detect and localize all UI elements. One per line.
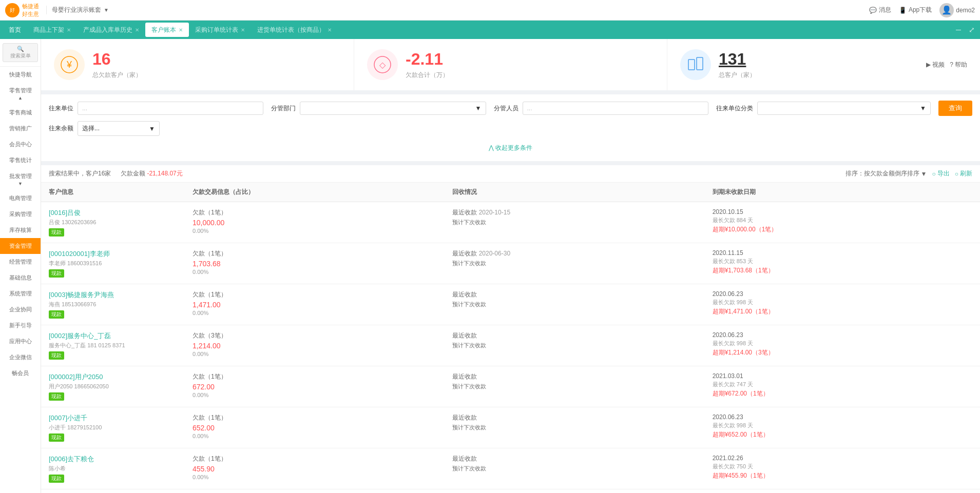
overdue-amount[interactable]: 超期¥10,000.00（1笔） (713, 225, 972, 234)
source-unit-label: 往来单位 (49, 104, 73, 113)
tab-product-history[interactable]: 产成品入库单历史 ✕ (77, 23, 145, 37)
sidebar-item-purchase-mgmt[interactable]: 采购管理 (0, 206, 41, 222)
sidebar-item-business-mgmt[interactable]: 经营管理 (0, 254, 41, 270)
help-btn[interactable]: ? 帮助 (950, 61, 967, 69)
overdue-days: 最长欠款 998 天 (713, 422, 972, 429)
chevron-down-icon: ▼ (149, 125, 155, 132)
sidebar-item-inventory[interactable]: 库存核算 (0, 222, 41, 238)
debt-count: 欠款（1笔） (193, 249, 452, 258)
sidebar-item-quick-nav[interactable]: 快捷导航 (0, 67, 41, 83)
next-payment: 预计下次收款 (452, 301, 712, 308)
customer-name[interactable]: [0016]吕俊 (49, 208, 193, 218)
sidebar-item-basic-info[interactable]: 基础信息 (0, 270, 41, 286)
customer-name[interactable]: [0003]畅捷服务尹海燕 (49, 290, 193, 300)
tab-label: 采购订单统计表 (195, 26, 238, 34)
tab-home[interactable]: 首页 (3, 23, 27, 37)
main-layout: 🔍 搜索菜单 快捷导航 零售管理 ▲ 零售商城 营销推广 会员中心 零售统计 批… (0, 39, 980, 493)
app-download-btn[interactable]: 📱 App下载 (899, 6, 932, 14)
customer-phone: 海燕 18513066976 (49, 301, 193, 308)
overdue-amount[interactable]: 超期¥672.00（1笔） (713, 389, 972, 398)
customer-name[interactable]: [0001020001]李老师 (49, 249, 193, 259)
overdue-amount[interactable]: 超期¥1,703.68（1笔） (713, 266, 972, 275)
debt-amount: 455.90 (193, 465, 452, 473)
nav-right: ─ ⤢ (953, 25, 977, 35)
sidebar-item-batch-mgmt[interactable]: 批发管理 ▼ (0, 168, 41, 190)
close-icon[interactable]: ✕ (328, 27, 332, 33)
balance-select[interactable]: 选择... ▼ (78, 121, 160, 136)
sidebar-item-new-guide[interactable]: 新手引导 (0, 318, 41, 333)
customer-name[interactable]: [000002]用户2050 (49, 372, 193, 382)
nav-expand-btn[interactable]: ⤢ (966, 25, 977, 35)
person-input[interactable]: ... (523, 102, 708, 115)
view-btn[interactable]: ▶ 视频 (926, 61, 945, 69)
sidebar-item-marketing[interactable]: 营销推广 (0, 121, 41, 136)
last-payment: 最近收款 (452, 290, 712, 299)
collapse-btn[interactable]: ⋀ 收起更多条件 (49, 141, 972, 155)
overdue-amount[interactable]: 超期¥455.90（1笔） (713, 471, 972, 480)
close-icon[interactable]: ✕ (67, 27, 71, 33)
sidebar-item-label: 库存核算 (3, 226, 38, 234)
message-btn[interactable]: 💬 消息 (869, 6, 891, 14)
sidebar-item-label: 会员中心 (3, 141, 38, 148)
close-icon[interactable]: ✕ (179, 27, 183, 33)
sidebar-item-finance[interactable]: 资金管理 (0, 238, 41, 254)
sidebar-item-label: 企业协同 (3, 306, 38, 313)
payment-info-cell: 最近收款 预计下次收款 (452, 455, 712, 472)
sidebar-item-member-plus[interactable]: 畅会员 (0, 365, 41, 381)
overdue-info-cell: 2020.06.23 最长欠款 998 天 超期¥1,471.00（1笔） (713, 290, 972, 316)
close-icon[interactable]: ✕ (241, 27, 245, 33)
table-header: 客户信息 欠款交易信息（占比） 回收情况 到期未收款日期 (41, 183, 980, 202)
sidebar-item-enterprise-wechat[interactable]: 企业微信 (0, 349, 41, 365)
sidebar-item-label: 系统管理 (3, 290, 38, 298)
source-category-label: 往来单位分类 (716, 104, 753, 113)
export-btn[interactable]: ○ 导出 (932, 169, 950, 178)
sidebar-item-app-center[interactable]: 应用中心 (0, 333, 41, 349)
industry-selector[interactable]: 母婴行业演示账套 ▼ (46, 6, 114, 14)
sidebar-item-retail-store[interactable]: 零售商城 (0, 105, 41, 121)
sidebar-item-retail-mgmt[interactable]: 零售管理 ▲ (0, 83, 41, 105)
search-menu-btn[interactable]: 🔍 搜索菜单 (3, 43, 38, 62)
nav-minus-btn[interactable]: ─ (953, 25, 964, 35)
customer-name[interactable]: [0002]服务中心_丁磊 (49, 331, 193, 341)
result-summary: 搜索结果中，客户16家 欠款金额 -21,148.07元 排序：按欠款金额倒序排… (41, 165, 980, 183)
overdue-days: 最长欠款 853 天 (713, 258, 972, 265)
sort-select[interactable]: 排序：按欠款金额倒序排序 ▼ (846, 169, 927, 178)
query-button[interactable]: 查询 (938, 101, 972, 116)
sidebar-item-member[interactable]: 会员中心 (0, 136, 41, 152)
tab-inbound-summary[interactable]: 进货单统计表（按商品） ✕ (251, 23, 338, 37)
customer-phone: 小进千 18279152100 (49, 424, 193, 431)
source-category-select[interactable]: ▼ (757, 102, 931, 115)
source-unit-input[interactable]: ... (78, 102, 263, 115)
customer-info-cell: [0016]吕俊 吕俊 13026203696 现款 (49, 208, 193, 236)
sidebar-item-retail-stats[interactable]: 零售统计 (0, 152, 41, 168)
payment-info-cell: 最近收款 预计下次收款 (452, 372, 712, 390)
customer-info-cell: [000002]用户2050 用户2050 18665062050 现款 (49, 372, 193, 401)
user-menu[interactable]: 👤 demo2 (939, 3, 975, 17)
refresh-btn[interactable]: ○ 刷新 (955, 169, 972, 178)
customer-name[interactable]: [0006]去下粮仓 (49, 455, 193, 464)
due-date: 2020.10.15 (713, 208, 972, 215)
customer-phone: 陈小希 (49, 465, 193, 472)
customer-name[interactable]: [0007]小进千 (49, 413, 193, 423)
payment-info-cell: 最近收款 2020-10-15 预计下次收款 (452, 208, 712, 226)
sidebar-item-system[interactable]: 系统管理 (0, 286, 41, 302)
next-payment: 预计下次收款 (452, 219, 712, 226)
svg-text:◇: ◇ (379, 61, 386, 69)
dept-select[interactable]: ▼ (300, 102, 486, 115)
tab-product-offline[interactable]: 商品上下架 ✕ (27, 23, 77, 37)
tab-purchase-summary[interactable]: 采购订单统计表 ✕ (189, 23, 251, 37)
overdue-amount[interactable]: 超期¥652.00（1笔） (713, 430, 972, 439)
filter-area: 往来单位 ... 分管部门 ▼ 分管人员 ... (41, 94, 980, 161)
close-icon[interactable]: ✕ (135, 27, 139, 33)
tab-label: 进货单统计表（按商品） (257, 26, 325, 34)
customer-tag: 现款 (49, 475, 64, 483)
sidebar-item-enterprise-coop[interactable]: 企业协同 (0, 302, 41, 318)
svg-text:¥: ¥ (66, 60, 72, 70)
debt-customers-label: 总欠款客户（家） (92, 71, 341, 80)
overdue-amount[interactable]: 超期¥1,471.00（1笔） (713, 307, 972, 316)
sidebar-search[interactable]: 🔍 搜索菜单 (0, 39, 41, 67)
sidebar-item-ecommerce[interactable]: 电商管理 (0, 190, 41, 206)
sidebar-item-label: 快捷导航 (3, 71, 38, 78)
overdue-amount[interactable]: 超期¥1,214.00（3笔） (713, 348, 972, 357)
tab-customer-account[interactable]: 客户账本 ✕ (145, 23, 189, 37)
